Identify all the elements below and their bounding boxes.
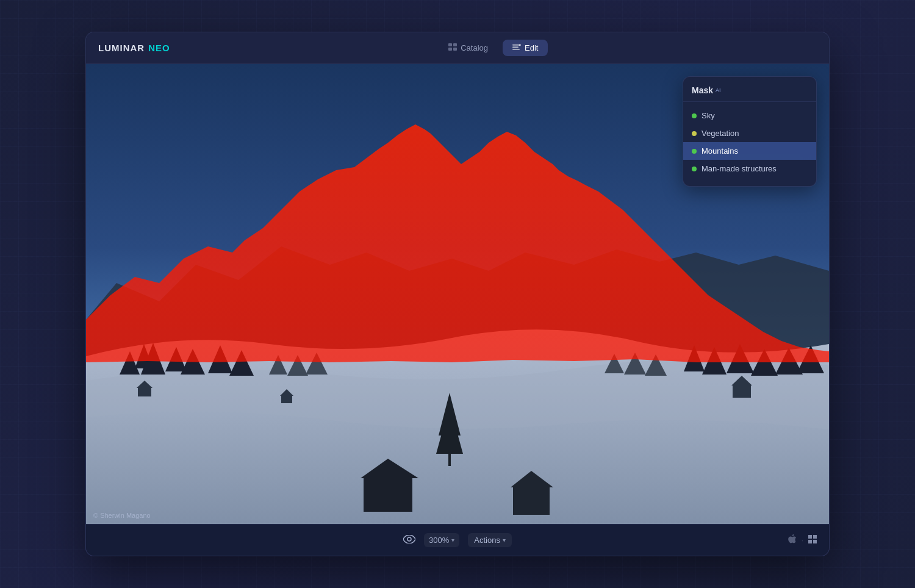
mask-panel-title: Mask [692, 85, 713, 95]
edit-tab[interactable]: Edit [503, 40, 548, 56]
logo-luminar: LUMINAR [98, 43, 145, 53]
svg-rect-28 [138, 388, 151, 396]
mask-item-mountains[interactable]: Mountains [683, 142, 816, 160]
svg-rect-45 [808, 540, 812, 543]
main-content: © Sherwin Magano Mask AI Sky Vegetation [86, 64, 829, 524]
title-bar-center: Catalog Edit [170, 40, 817, 56]
toolbar-right: · [788, 534, 817, 547]
mask-items-list: Sky Vegetation Mountains Man-made struct… [683, 102, 816, 177]
sky-dot [692, 113, 697, 118]
mask-item-manmade[interactable]: Man-made structures [683, 160, 816, 177]
app-window: LUMINAR NEO Catalog [85, 32, 830, 556]
edit-icon [512, 43, 521, 52]
separator: · [802, 536, 803, 545]
mountains-label: Mountains [702, 146, 738, 156]
logo-neo: NEO [148, 43, 170, 53]
svg-rect-39 [370, 490, 381, 503]
actions-label: Actions [474, 536, 500, 545]
svg-rect-44 [813, 535, 817, 539]
zoom-control[interactable]: 300% ▾ [424, 533, 459, 547]
ai-badge: AI [716, 87, 721, 93]
actions-chevron-icon: ▾ [503, 537, 506, 543]
svg-rect-0 [448, 43, 452, 46]
svg-rect-30 [281, 396, 292, 403]
svg-rect-1 [453, 43, 457, 46]
catalog-tab[interactable]: Catalog [439, 40, 498, 56]
sky-label: Sky [702, 111, 715, 120]
svg-rect-6 [512, 49, 520, 50]
mask-panel-header: Mask AI [683, 85, 816, 102]
zoom-chevron-icon: ▾ [451, 537, 454, 543]
mountains-dot [692, 149, 697, 154]
visibility-toggle[interactable] [403, 535, 415, 546]
manmade-label: Man-made structures [702, 164, 777, 173]
svg-point-7 [519, 44, 521, 46]
catalog-icon [448, 43, 457, 52]
windows-icon [808, 535, 817, 545]
mask-item-vegetation[interactable]: Vegetation [683, 124, 816, 142]
catalog-tab-label: Catalog [461, 43, 488, 52]
svg-rect-5 [512, 47, 518, 48]
apple-icon [788, 534, 797, 547]
svg-rect-43 [808, 535, 812, 539]
svg-point-42 [407, 537, 411, 541]
edit-tab-label: Edit [525, 43, 538, 52]
svg-rect-40 [513, 487, 550, 515]
zoom-value: 300% [429, 536, 449, 545]
mask-item-sky[interactable]: Sky [683, 107, 816, 124]
vegetation-label: Vegetation [702, 129, 739, 138]
copyright-text: © Sherwin Magano [93, 512, 151, 519]
actions-button[interactable]: Actions ▾ [468, 533, 512, 547]
svg-rect-32 [733, 385, 751, 398]
svg-rect-46 [813, 540, 817, 543]
vegetation-dot [692, 131, 697, 136]
app-logo: LUMINAR NEO [98, 43, 170, 53]
title-bar: LUMINAR NEO Catalog [86, 32, 829, 64]
desktop: LUMINAR NEO Catalog [0, 0, 915, 588]
mask-panel: Mask AI Sky Vegetation Mountains [683, 76, 817, 187]
svg-rect-3 [453, 48, 457, 51]
manmade-dot [692, 167, 697, 171]
bottom-toolbar: 300% ▾ Actions ▾ · [86, 524, 829, 556]
toolbar-center: 300% ▾ Actions ▾ [403, 533, 512, 547]
svg-rect-2 [448, 48, 452, 51]
